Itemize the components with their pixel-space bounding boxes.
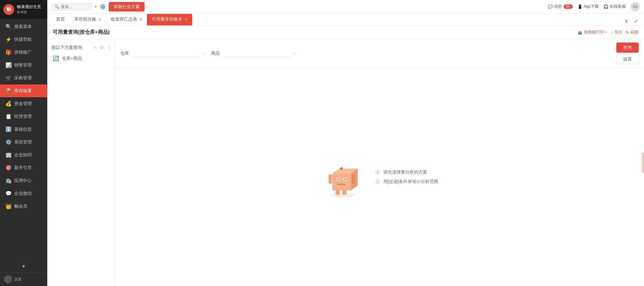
tab-batch-account[interactable]: 库存批次账 ✕ — [70, 14, 106, 25]
close-tab-button[interactable]: ✕ — [622, 17, 630, 25]
settings-button[interactable]: 设置 — [616, 54, 639, 64]
tabbar-window-controls: ✕ ⤢ — [622, 17, 640, 25]
topbar-search-input[interactable] — [61, 4, 88, 9]
sidebar-item-search[interactable]: 🔍 搜索菜单 — [0, 20, 47, 33]
svg-rect-12 — [352, 174, 355, 184]
warehouse-more-button[interactable]: ··· — [202, 51, 206, 56]
svg-rect-8 — [337, 184, 345, 185]
tab-available-ledger-close[interactable]: ✕ — [184, 17, 187, 22]
refresh-label: 刷新 — [630, 29, 639, 35]
filter-item-warehouse-product[interactable]: 🔄 仓库+商品 — [47, 53, 114, 64]
app-download-button[interactable]: 📱 App下载 — [577, 4, 599, 9]
query-bar: 仓库 ··· 商品 ··· 查询 设置 — [115, 39, 644, 68]
sidebar-item-label: 销售管理 — [14, 62, 32, 68]
money-icon: 💰 — [5, 101, 11, 107]
svg-rect-11 — [329, 174, 332, 184]
topbar-actions: 💬 消息 99+ 📱 App下载 🎧 在线客服 Rit — [548, 2, 640, 11]
svg-point-7 — [344, 179, 345, 180]
sidebar-subtitle: 标准版 — [17, 10, 41, 15]
tip-item-1: 1 请先选择要分析的方案 — [375, 169, 438, 175]
print-button[interactable]: 🖨️ 按模板打印 ▾ — [577, 29, 608, 35]
tab-collect-summary-close[interactable]: ✕ — [139, 17, 142, 22]
wechat-icon: 💬 — [5, 190, 11, 197]
app-download-label: App下载 — [584, 4, 599, 9]
warehouse-label: 仓库 — [120, 50, 129, 56]
print-label: 按模板打印 — [584, 29, 604, 35]
sidebar-item-label: 系统管理 — [14, 139, 32, 145]
tab-batch-account-close[interactable]: ✕ — [98, 17, 101, 22]
svg-point-5 — [337, 179, 339, 180]
user-profile[interactable]: Rit — [630, 2, 640, 11]
sidebar-nav: 🔍 搜索菜单 ⚡ 快捷导航 🎁 营销推广 📊 销售管理 🛒 采购管理 📦 库存核… — [0, 19, 47, 260]
sidebar-header: 畅 畅康通好生意 标准版 — [0, 0, 47, 19]
topbar-search-box[interactable]: 🔍 — [51, 3, 92, 10]
sidebar-item-enterprise[interactable]: 🏢 企业协同 — [0, 149, 47, 161]
sidebar-item-appstore[interactable]: 🛍️ 应用中心 — [0, 174, 47, 187]
filter-settings-button[interactable]: ⊙ — [100, 45, 104, 51]
tip-text-1: 请先选择要分析的方案 — [383, 169, 427, 175]
scroll-indicator[interactable] — [642, 153, 644, 173]
online-service-button[interactable]: 🎧 在线客服 — [603, 4, 626, 9]
sidebar-item-label: 企业微信 — [14, 190, 32, 197]
sidebar-item-wechat[interactable]: 💬 企业微信 — [0, 187, 47, 200]
sidebar-user-name: 设置 — [14, 277, 22, 282]
product-input[interactable] — [223, 50, 290, 57]
export-button[interactable]: ↑ 导出 — [611, 29, 622, 35]
filter-add-button[interactable]: ＋ — [93, 45, 98, 51]
export-icon: ↑ — [611, 30, 613, 35]
sidebar-item-label: 库存核算 — [14, 88, 32, 94]
tab-batch-account-label: 库存批次账 — [74, 16, 96, 22]
printer-icon: 🖨️ — [577, 30, 583, 35]
sidebar-item-inventory[interactable]: 📦 库存核算 — [0, 84, 47, 97]
filter-item-icon: 🔄 — [53, 55, 59, 61]
svg-rect-9 — [336, 190, 340, 195]
sidebar-item-label: 畅会员 — [14, 203, 27, 209]
product-more-button[interactable]: ··· — [293, 51, 297, 56]
topbar: 🔍 ▾ ⚙️ 体验行业方案 💬 消息 99+ 📱 App下载 🎧 在线客服 — [47, 0, 644, 14]
refresh-icon: ↻ — [626, 30, 629, 35]
tab-available-ledger[interactable]: 可用量库存账本 ✕ — [147, 14, 192, 25]
tip-num-1: 1 — [375, 169, 381, 175]
tab-collect-summary[interactable]: 收发存汇总表 ✕ — [106, 14, 147, 25]
filter-collapse-button[interactable]: 《 — [106, 45, 110, 51]
sidebar-item-member[interactable]: 👑 畅会员 — [0, 200, 47, 213]
target-icon: 🎯 — [5, 165, 11, 171]
filter-panel: 按以下方案查询 ＋ ⊙ 《 🔄 仓库+商品 — [47, 39, 115, 286]
message-button[interactable]: 💬 消息 99+ — [548, 4, 573, 9]
chevron-down-icon[interactable]: ▾ — [95, 4, 97, 9]
refresh-button[interactable]: ↻ 刷新 — [626, 29, 639, 35]
message-icon: 💬 — [548, 4, 553, 9]
product-field: 商品 ··· — [211, 50, 297, 57]
sidebar-item-purchase[interactable]: 🛒 采购管理 — [0, 72, 47, 84]
service-label: 在线客服 — [610, 4, 626, 9]
cart-icon: 🛒 — [5, 75, 11, 81]
main-area: 🔍 ▾ ⚙️ 体验行业方案 💬 消息 99+ 📱 App下载 🎧 在线客服 — [47, 0, 644, 286]
print-dropdown-icon[interactable]: ▾ — [606, 30, 608, 34]
tab-home[interactable]: 首页 — [51, 14, 70, 25]
filter-header: 按以下方案查询 ＋ ⊙ 《 — [47, 43, 114, 53]
topbar-gear-icon[interactable]: ⚙️ — [100, 4, 106, 10]
sidebar-item-system[interactable]: ⚙️ 系统管理 — [0, 136, 47, 149]
user-avatar — [4, 275, 12, 283]
store-icon: 🛍️ — [5, 178, 11, 184]
expand-button[interactable]: ⤢ — [632, 17, 640, 25]
sidebar-item-marketing[interactable]: 🎁 营销推广 — [0, 46, 47, 59]
sidebar-item-shortcut[interactable]: ⚡ 快捷导航 — [0, 33, 47, 46]
filter-actions: ＋ ⊙ 《 — [93, 45, 110, 51]
sidebar-item-basics[interactable]: ℹ️ 基础信息 — [0, 123, 47, 136]
sidebar-item-operations[interactable]: 📋 经营管理 — [0, 110, 47, 123]
sidebar-scroll-down[interactable]: ▾ — [0, 260, 47, 272]
sidebar-item-label: 经营管理 — [14, 113, 32, 120]
warehouse-input[interactable] — [132, 50, 199, 57]
message-badge: 99+ — [564, 4, 573, 9]
empty-illustration — [320, 155, 364, 199]
industry-solution-button[interactable]: 体验行业方案 — [109, 2, 145, 11]
sidebar-item-finance[interactable]: 💰 资金管理 — [0, 97, 47, 110]
search-icon: 🔍 — [5, 24, 11, 30]
query-button[interactable]: 查询 — [616, 43, 639, 53]
sidebar-item-newbie[interactable]: 🎯 新手引导 — [0, 161, 47, 174]
tip-text-2: 用[过滤]条件来缩小分析范围 — [383, 179, 438, 185]
sidebar-item-sales[interactable]: 📊 销售管理 — [0, 59, 47, 72]
sidebar-item-label: 基础信息 — [14, 126, 32, 132]
content-area: 按以下方案查询 ＋ ⊙ 《 🔄 仓库+商品 仓库 ··· — [47, 39, 644, 286]
